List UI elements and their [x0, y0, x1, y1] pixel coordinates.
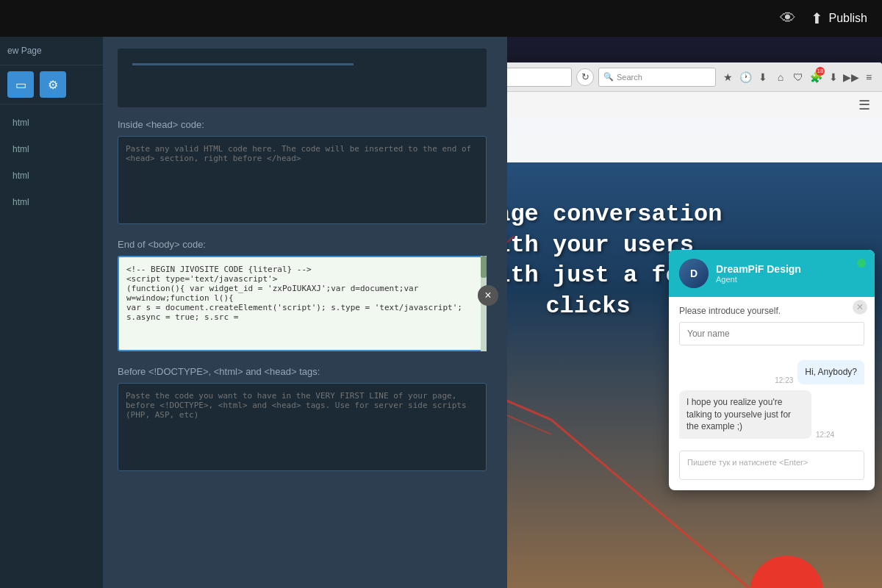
chat-input-field[interactable]: Пишете тук и натиснете <Enter>	[679, 451, 864, 480]
extension-badge: 18	[816, 67, 825, 76]
chat-agent-info: DreamPiF Design Agent	[716, 263, 864, 284]
head-code-label: Inside <head> code:	[118, 119, 487, 130]
chat-header: D DreamPiF Design Agent	[669, 250, 875, 297]
browser-refresh-button[interactable]: ↻	[576, 68, 594, 86]
chat-intro-text: Please introduce yourself.	[669, 297, 875, 322]
sidebar-item[interactable]: html	[0, 163, 103, 188]
search-placeholder-text: Search	[617, 73, 642, 82]
head-code-textarea[interactable]	[118, 136, 487, 224]
sidebar-item[interactable]: html	[0, 137, 103, 162]
red-circle	[750, 556, 823, 588]
hamburger-menu-icon[interactable]: ☰	[858, 97, 870, 113]
chat-online-indicator	[857, 259, 866, 268]
search-icon: 🔍	[603, 72, 614, 82]
browser-search-bar[interactable]: 🔍 Search	[598, 68, 716, 87]
ps-preview-box	[118, 49, 487, 107]
preview-icon[interactable]: 👁	[780, 9, 796, 28]
extensions-area: 🧩 18	[808, 70, 823, 85]
modal-close-button[interactable]: ×	[478, 285, 498, 306]
sidebar-items-list: html html html html	[0, 104, 103, 220]
history-icon[interactable]: 🕐	[738, 70, 753, 85]
sidebar-gear-icon[interactable]: ⚙	[40, 71, 66, 98]
top-bar: 👁 ⬆ Publish	[0, 0, 882, 37]
chat-widget: D DreamPiF Design Agent Please introduce…	[669, 250, 875, 490]
browser-toolbar-icons: ★ 🕐 ⬇ ⌂ 🛡 🧩 18 ⬇ ▶▶ ≡	[720, 70, 876, 85]
body-code-scrollbar-thumb	[481, 256, 487, 278]
chat-avatar: D	[679, 259, 709, 288]
download-icon[interactable]: ⬇	[756, 70, 770, 85]
ps-content: Inside <head> code: End of <body> code: …	[103, 37, 507, 486]
chat-messages: 12:23 Hi, Anybody? I hope you realize yo…	[669, 354, 875, 445]
home-icon[interactable]: ⌂	[773, 70, 788, 85]
upload-icon: ⬆	[811, 10, 823, 27]
sidebar-item[interactable]: html	[0, 190, 103, 215]
sidebar-icons: ▭ ⚙	[0, 65, 103, 104]
body-code-area: <!-- BEGIN JIVOSITE CODE {literal} --> <…	[118, 256, 487, 354]
publish-button[interactable]: ⬆ Publish	[811, 10, 867, 27]
before-code-textarea[interactable]	[118, 383, 487, 471]
chat-message-incoming: I hope you realize you're talking to you…	[679, 390, 864, 439]
publish-label: Publish	[829, 12, 867, 25]
chat-message-outgoing: 12:23 Hi, Anybody?	[679, 360, 864, 384]
chat-bubble-outgoing: Hi, Anybody?	[797, 360, 864, 384]
ps-preview-line	[132, 63, 354, 65]
sidebar-item[interactable]: html	[0, 110, 103, 135]
body-code-textarea[interactable]: <!-- BEGIN JIVOSITE CODE {literal} --> <…	[118, 256, 487, 351]
shield-icon[interactable]: 🛡	[791, 70, 806, 85]
sidebar-page-icon[interactable]: ▭	[7, 71, 34, 98]
page-settings-panel: Page Settings ‹ Inside <head> code: End …	[103, 0, 507, 588]
chat-avatar-image: D	[679, 259, 709, 288]
chat-agent-role: Agent	[716, 275, 864, 284]
menu-icon[interactable]: ≡	[861, 70, 876, 85]
sidebar: ‹ Page Settings ew Page ▭ ⚙ html html ht…	[0, 0, 103, 588]
chat-input-placeholder: Пишете тук и натиснете <Enter>	[687, 458, 808, 467]
more-icon[interactable]: ⬇	[826, 70, 841, 85]
chat-bubble-incoming: I hope you realize you're talking to you…	[679, 390, 811, 439]
chat-msg-time-1: 12:23	[775, 376, 793, 384]
chat-name-input[interactable]	[679, 322, 864, 345]
chat-agent-name: DreamPiF Design	[716, 263, 864, 275]
chat-intro-area: Please introduce yourself. ×	[669, 297, 875, 322]
before-label: Before <!DOCTYPE>, <html> and <head> tag…	[118, 366, 487, 377]
chat-msg-time-2: 12:24	[816, 431, 834, 439]
new-page-label: ew Page	[7, 46, 42, 56]
sidebar-new-page[interactable]: ew Page	[0, 37, 103, 65]
extra-icon[interactable]: ▶▶	[844, 70, 858, 85]
body-code-label: End of <body> code:	[118, 239, 487, 250]
star-icon[interactable]: ★	[720, 70, 735, 85]
chat-dismiss-button[interactable]: ×	[853, 300, 867, 315]
